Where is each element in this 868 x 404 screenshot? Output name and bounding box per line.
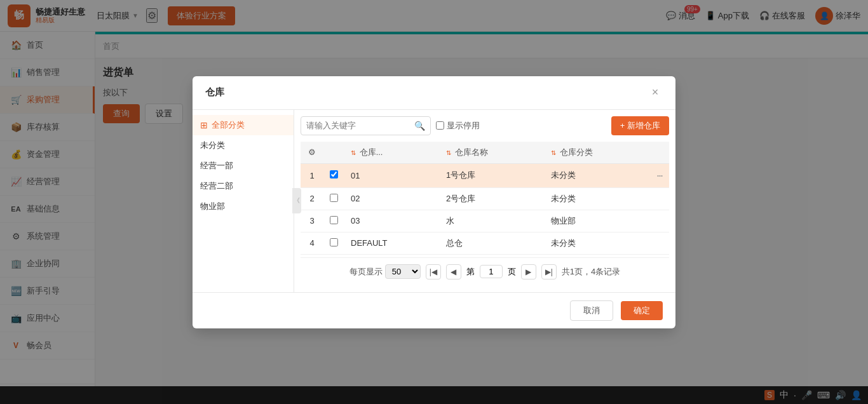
page-label: 第 [466, 266, 475, 278]
tree-panel: ⊞ 全部分类 未分类 经营一部 经营二部 物业部 《 [193, 110, 294, 292]
row-checkbox[interactable] [323, 163, 344, 187]
modal-close-button[interactable]: × [648, 85, 663, 100]
row-name: 2号仓库 [440, 187, 545, 210]
warehouse-table: ⚙ ⇅ 仓库... ⇅ 仓库名称 [301, 142, 669, 255]
col-actions [650, 142, 669, 164]
row-checkbox-input[interactable] [330, 216, 338, 224]
modal-body: ⊞ 全部分类 未分类 经营一部 经营二部 物业部 《 [193, 110, 675, 292]
row-num: 3 [301, 210, 323, 232]
row-code: 02 [344, 187, 440, 210]
cancel-button[interactable]: 取消 [570, 300, 613, 321]
row-more[interactable] [650, 232, 669, 254]
sort-icon-code: ⇅ [351, 149, 356, 156]
tree-item-all-label: 全部分类 [212, 119, 245, 131]
tree-item-dept2-label: 经营二部 [200, 180, 233, 192]
col-gear: ⚙ [301, 142, 323, 164]
search-icon-button[interactable]: 🔍 [409, 121, 430, 131]
col-checkbox [323, 142, 344, 164]
row-category: 未分类 [545, 163, 650, 187]
col-category: ⇅ 仓库分类 [545, 142, 650, 164]
pagination: 每页显示 102050100 |◀ ◀ 第 页 ▶ ▶| 共1页，4条记录 [301, 257, 669, 286]
row-category: 未分类 [545, 232, 650, 254]
search-input[interactable] [301, 121, 409, 130]
page-prev-button[interactable]: ◀ [446, 264, 461, 279]
row-code: DEFAULT [344, 232, 440, 254]
show-disabled-label: 显示停用 [447, 120, 480, 131]
show-disabled-checkbox-label[interactable]: 显示停用 [436, 120, 480, 131]
add-warehouse-button[interactable]: + 新增仓库 [611, 116, 669, 135]
row-more[interactable] [650, 187, 669, 210]
row-checkbox-input[interactable] [330, 170, 338, 178]
search-wrap: 🔍 [301, 116, 431, 135]
page-last-button[interactable]: ▶| [541, 264, 557, 279]
row-checkbox[interactable] [323, 187, 344, 210]
table-toolbar: 🔍 显示停用 + 新增仓库 [301, 116, 669, 135]
grid-icon: ⊞ [200, 120, 208, 130]
sort-icon-category: ⇅ [551, 149, 556, 156]
row-code: 01 [344, 163, 440, 187]
table-panel: 🔍 显示停用 + 新增仓库 ⚙ [294, 110, 675, 292]
tree-item-dept1-label: 经营一部 [200, 160, 233, 172]
tree-item-all[interactable]: ⊞ 全部分类 [193, 115, 294, 135]
row-num: 1 [301, 163, 323, 187]
warehouse-modal: 仓库 × ⊞ 全部分类 未分类 经营一部 经营二部 物业部 [193, 76, 675, 328]
row-name: 1号仓库 [440, 163, 545, 187]
table-row[interactable]: 1 01 1号仓库 未分类 ··· [301, 163, 669, 187]
page-first-button[interactable]: |◀ [426, 264, 441, 279]
page-input[interactable] [480, 265, 503, 278]
table-header-row: ⚙ ⇅ 仓库... ⇅ 仓库名称 [301, 142, 669, 164]
row-num: 2 [301, 187, 323, 210]
row-name: 水 [440, 210, 545, 232]
page-total: 共1页，4条记录 [562, 266, 620, 278]
row-name: 总仓 [440, 232, 545, 254]
table-row[interactable]: 2 02 2号仓库 未分类 [301, 187, 669, 210]
col-name: ⇅ 仓库名称 [440, 142, 545, 164]
tree-item-dept1[interactable]: 经营一部 [193, 156, 294, 176]
modal-overlay[interactable]: 仓库 × ⊞ 全部分类 未分类 经营一部 经营二部 物业部 [0, 0, 868, 404]
page-next-button[interactable]: ▶ [521, 264, 536, 279]
row-checkbox[interactable] [323, 232, 344, 254]
col-code: ⇅ 仓库... [344, 142, 440, 164]
row-code: 03 [344, 210, 440, 232]
row-checkbox[interactable] [323, 210, 344, 232]
per-page-select[interactable]: 102050100 [385, 264, 421, 279]
modal-header: 仓库 × [193, 76, 675, 110]
row-category: 未分类 [545, 187, 650, 210]
row-num: 4 [301, 232, 323, 254]
per-page-wrap: 每页显示 102050100 [349, 264, 421, 279]
sort-icon-name: ⇅ [446, 149, 451, 156]
confirm-button[interactable]: 确定 [621, 301, 663, 320]
tree-collapse-button[interactable]: 《 [292, 188, 301, 213]
row-checkbox-input[interactable] [330, 238, 338, 246]
table-row[interactable]: 4 DEFAULT 总仓 未分类 [301, 232, 669, 254]
page-suffix: 页 [508, 266, 516, 278]
show-disabled-checkbox[interactable] [436, 121, 444, 130]
tree-item-dept2[interactable]: 经营二部 [193, 176, 294, 196]
row-more[interactable]: ··· [650, 163, 669, 187]
per-page-label: 每页显示 [349, 266, 383, 278]
tree-item-prop[interactable]: 物业部 [193, 196, 294, 217]
row-category: 物业部 [545, 210, 650, 232]
row-checkbox-input[interactable] [330, 194, 338, 202]
tree-item-uncat-label: 未分类 [200, 140, 225, 151]
tree-item-uncat[interactable]: 未分类 [193, 135, 294, 156]
tree-item-prop-label: 物业部 [200, 201, 225, 212]
modal-title: 仓库 [205, 86, 224, 98]
modal-footer: 取消 确定 [193, 292, 675, 328]
table-row[interactable]: 3 03 水 物业部 [301, 210, 669, 232]
row-more[interactable] [650, 210, 669, 232]
